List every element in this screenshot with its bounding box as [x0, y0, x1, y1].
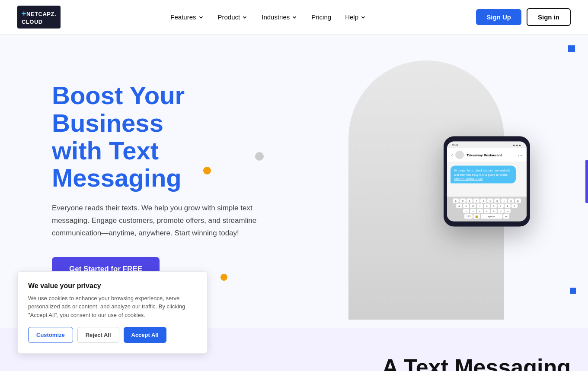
nav-links: Features Product Industries Pricing Help	[165, 10, 371, 24]
reject-button[interactable]: Reject All	[77, 327, 119, 343]
chat-name: Takeaway Restaurant	[467, 153, 502, 157]
phone-chat-header: ‹ Takeaway Restaurant ⋯	[447, 148, 527, 162]
chat-bubble: Hi burger fans, check out our new websit…	[451, 166, 516, 184]
nav-label-product: Product	[218, 13, 240, 21]
teaser-title: A Text Messaging	[17, 354, 571, 371]
keyboard-row-2: asdfghjkl	[449, 204, 525, 208]
logo-box: +NETCAPZ.CLOUD	[17, 6, 61, 29]
phone-status-bar: 9:39 ▲▲▲	[447, 142, 527, 148]
keyboard-row-1: qwertyuiop	[449, 199, 525, 203]
nav-link-industries[interactable]: Industries	[256, 10, 303, 24]
nav-link-pricing[interactable]: Pricing	[306, 10, 336, 24]
hero-image: 9:39 ▲▲▲ ‹ Takeaway Restaurant ⋯ Hi burg…	[265, 35, 588, 328]
logo-plus: +	[22, 9, 26, 18]
phone-keyboard: qwertyuiop asdfghjkl zxcvbnm 123😊space↵	[447, 197, 527, 222]
chat-avatar	[455, 151, 464, 159]
signin-button[interactable]: Sign in	[527, 8, 571, 26]
hero-title: Boost Your Business with Text Messaging	[52, 82, 294, 192]
cookie-actions: Customize Reject All Accept All	[28, 327, 197, 343]
hero-person-area: 9:39 ▲▲▲ ‹ Takeaway Restaurant ⋯ Hi burg…	[323, 43, 530, 320]
phone-icons: ▲▲▲	[512, 143, 521, 146]
chevron-down-icon	[291, 14, 297, 20]
cookie-banner: We value your privacy We use cookies to …	[17, 271, 208, 354]
phone-chat-body: Hi burger fans, check out our new websit…	[447, 162, 527, 197]
nav-item-industries[interactable]: Industries	[256, 10, 303, 24]
nav-item-features[interactable]: Features	[165, 10, 209, 24]
nav-link-product[interactable]: Product	[213, 10, 253, 24]
keyboard-row-3: zxcvbnm	[449, 209, 525, 213]
navbar: +NETCAPZ.CLOUD Features Product Industri…	[0, 0, 588, 35]
nav-link-features[interactable]: Features	[165, 10, 209, 24]
logo-link[interactable]: +NETCAPZ.CLOUD	[17, 6, 61, 29]
hero-content: Boost Your Business with Text Messaging …	[52, 82, 294, 281]
chat-message: Hi burger fans, check out our new websit…	[454, 169, 510, 176]
back-icon: ‹	[451, 152, 453, 157]
logo-line1: NETCAPZ.	[26, 11, 56, 17]
nav-item-pricing[interactable]: Pricing	[306, 10, 336, 24]
nav-label-help: Help	[345, 13, 358, 21]
phone-time: 9:39	[452, 143, 458, 146]
accept-button[interactable]: Accept All	[124, 327, 166, 343]
nav-actions: Sign Up Sign in	[476, 8, 571, 26]
phone-mockup: 9:39 ▲▲▲ ‹ Takeaway Restaurant ⋯ Hi burg…	[444, 136, 530, 227]
chevron-down-icon	[242, 14, 248, 20]
nav-label-pricing: Pricing	[311, 13, 331, 21]
hero-subtitle: Everyone reads their texts. We help you …	[52, 202, 268, 240]
chat-link[interactable]: http://ti1.uk/link12345	[454, 177, 483, 180]
cookie-title: We value your privacy	[28, 282, 197, 290]
nav-link-help[interactable]: Help	[340, 10, 371, 24]
cookie-text: We use cookies to enhance your browsing …	[28, 294, 197, 320]
logo-line2: CLOUD	[22, 19, 43, 25]
nav-item-product[interactable]: Product	[213, 10, 253, 24]
chevron-down-icon	[198, 14, 204, 20]
keyboard-row-4: 123😊space↵	[449, 214, 525, 219]
phone-screen: 9:39 ▲▲▲ ‹ Takeaway Restaurant ⋯ Hi burg…	[447, 142, 527, 222]
nav-label-features: Features	[170, 13, 196, 21]
chevron-down-icon	[360, 14, 366, 20]
signup-button[interactable]: Sign Up	[476, 9, 521, 25]
nav-item-help[interactable]: Help	[340, 10, 371, 24]
nav-label-industries: Industries	[262, 13, 290, 21]
menu-icon: ⋯	[518, 152, 522, 157]
customize-button[interactable]: Customize	[28, 327, 73, 343]
